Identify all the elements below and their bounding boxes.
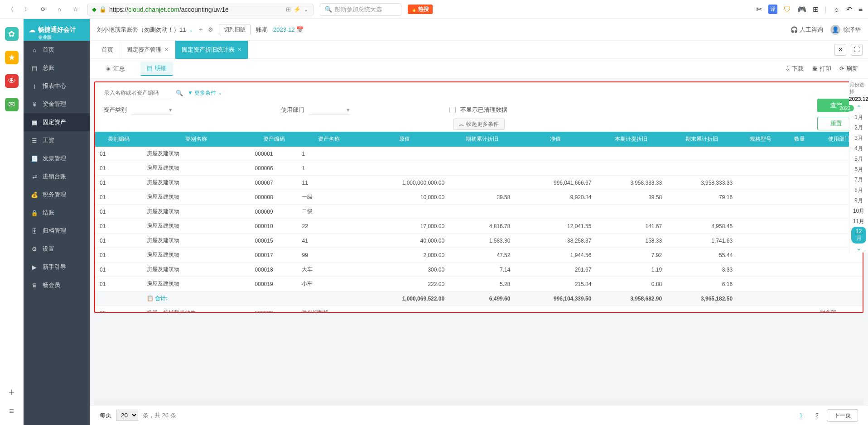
lock-icon: 🔒 xyxy=(99,6,106,13)
home-icon[interactable]: ⌂ xyxy=(54,5,64,14)
translate-icon[interactable]: 译 xyxy=(768,5,777,14)
search-icon: 🔍 xyxy=(325,6,332,13)
browser-toolbar: 〈 〉 ⟳ ⌂ ☆ ◆ 🔒 https://cloud.chanjet.com/… xyxy=(0,0,868,19)
search-placeholder: 彭斯参加总统大选 xyxy=(335,5,382,14)
browser-search[interactable]: 🔍 彭斯参加总统大选 xyxy=(320,3,401,16)
game-icon[interactable]: 🎮 xyxy=(797,5,806,14)
reload-icon[interactable]: ⟳ xyxy=(38,5,48,14)
qr-icon[interactable]: ⊞ xyxy=(286,6,291,13)
flash-icon[interactable]: ⚡ xyxy=(294,6,301,13)
scissors-icon[interactable]: ✂ xyxy=(756,5,762,14)
apps-icon[interactable]: ⊞ xyxy=(813,5,819,14)
wallet-icon[interactable]: 🛡 xyxy=(784,5,791,14)
chevron-down-icon[interactable]: ⌄ xyxy=(304,6,309,13)
restore-icon[interactable]: ↶ xyxy=(846,5,852,14)
browser-tools: ✂ 译 🛡 🎮 ⊞ | ☼ ↶ ≡ xyxy=(756,5,863,14)
forward-icon[interactable]: 〉 xyxy=(22,5,32,14)
url-bar[interactable]: ◆ 🔒 https://cloud.chanjet.com/accounting… xyxy=(87,4,313,15)
favorite-icon[interactable]: ☆ xyxy=(71,5,81,14)
shield-icon: ◆ xyxy=(92,6,96,13)
hot-badge[interactable]: 🔥 热搜 xyxy=(408,5,433,14)
back-icon[interactable]: 〈 xyxy=(5,5,15,14)
menu-icon[interactable]: ≡ xyxy=(858,5,863,14)
url-text: https://cloud.chanjet.com/accounting/uw1… xyxy=(109,6,229,13)
theme-icon[interactable]: ☼ xyxy=(833,5,840,14)
